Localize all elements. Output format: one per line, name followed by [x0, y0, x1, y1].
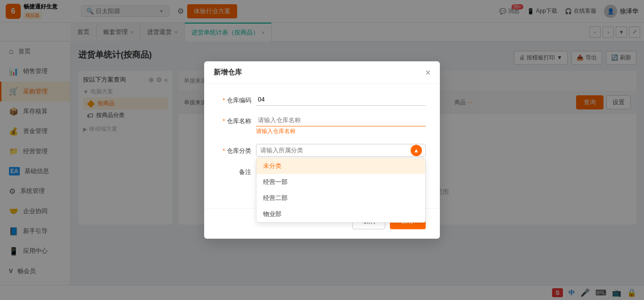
name-label: * 仓库名称 — [218, 114, 256, 125]
code-input[interactable] — [256, 93, 426, 106]
note-label: 备注 — [218, 165, 256, 176]
modal-header: 新增仓库 × — [204, 61, 440, 84]
form-row-code: * 仓库编码 — [218, 93, 426, 106]
dropdown-item-dept1[interactable]: 经营一部 — [256, 174, 425, 190]
category-label: * 仓库分类 — [218, 144, 256, 155]
modal-body: * 仓库编码 * 仓库名称 请输入仓库名称 — [204, 84, 440, 203]
name-error-msg: 请输入仓库名称 — [256, 127, 426, 135]
code-input-wrap — [256, 93, 426, 106]
category-arrow-btn[interactable]: ▲ — [411, 145, 422, 156]
modal-overlay[interactable]: 新增仓库 × * 仓库编码 * 仓库名称 — [0, 0, 644, 300]
category-input-wrap: ▲ 未分类 经营一部 经营二部 物业部 — [256, 144, 426, 157]
modal-close-button[interactable]: × — [425, 68, 430, 77]
code-label: * 仓库编码 — [218, 93, 256, 105]
dropdown-item-uncategorized[interactable]: 未分类 — [256, 158, 425, 174]
name-input-wrap: 请输入仓库名称 — [256, 114, 426, 135]
modal-add-warehouse: 新增仓库 × * 仓库编码 * 仓库名称 — [204, 61, 440, 239]
name-input[interactable] — [256, 114, 426, 126]
form-row-name: * 仓库名称 请输入仓库名称 — [218, 114, 426, 135]
form-row-category: * 仓库分类 ▲ 未分类 经营一部 经营二部 物业部 — [218, 144, 426, 157]
category-dropdown: 未分类 经营一部 经营二部 物业部 — [256, 158, 426, 223]
dropdown-item-dept2[interactable]: 经营二部 — [256, 190, 425, 206]
dropdown-item-property[interactable]: 物业部 — [256, 206, 425, 222]
modal-title: 新增仓库 — [214, 68, 242, 77]
category-input[interactable] — [256, 144, 426, 157]
